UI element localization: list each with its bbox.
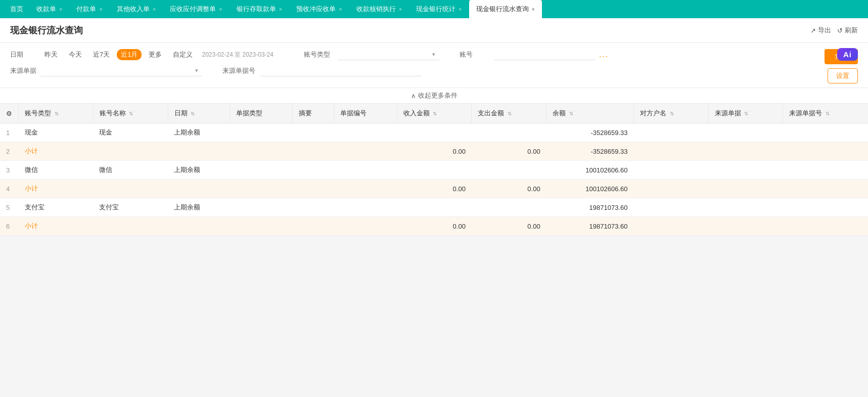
cell-account-name [93,180,168,198]
account-label: 账号 [460,50,490,59]
cell-num: 5 [0,198,19,217]
close-tab-2-icon[interactable]: × [153,6,156,12]
table-row[interactable]: 5 支付宝 支付宝 上期余额 19871073.60 [0,198,868,217]
table-row[interactable]: 2 小计 0.00 0.00 -3528659.33 [0,142,868,161]
close-tab-3-icon[interactable]: × [219,6,222,12]
col-balance[interactable]: 余额 ⇅ [546,104,634,123]
cell-account-type: 小计 [19,142,94,161]
cell-income: 0.00 [397,217,472,236]
source-doc-input[interactable] [44,67,193,74]
collapse-button[interactable]: ∧ 收起更多条件 [411,91,458,100]
nav-tab-3[interactable]: 应收应付调整单 × [163,0,229,18]
close-tab-6-icon[interactable]: × [399,6,402,12]
date-btn-7days[interactable]: 近7天 [89,49,114,60]
nav-tab-4[interactable]: 银行存取款单 × [230,0,289,18]
col-date[interactable]: 日期 ⇅ [168,104,230,123]
col-doc-type: 单据类型 [230,104,293,123]
cell-doc-no [334,217,397,236]
cell-num: 2 [0,142,19,161]
close-tab-7-icon[interactable]: × [459,6,462,12]
cell-counterpart [633,161,708,180]
cell-expense [472,198,546,217]
source-doc-no-input-wrap[interactable] [259,65,421,76]
cell-expense: 0.00 [472,180,546,198]
col-source-doc[interactable]: 来源单据 ⇅ [708,104,783,123]
cell-doc-no [334,161,397,180]
account-dots-button[interactable]: ... [599,50,609,59]
data-table-wrap: ⚙ 账号类型 ⇅ 账号名称 ⇅ 日期 ⇅ 单据类型 摘要 [0,104,868,236]
col-income[interactable]: 收入金额 ⇅ [397,104,472,123]
account-input[interactable] [497,51,592,58]
cell-account-type: 支付宝 [19,198,94,217]
account-type-input[interactable] [342,51,430,58]
cell-source-doc [708,123,783,142]
export-button[interactable]: ↗ 导出 [810,26,831,35]
table-row[interactable]: 3 微信 微信 上期余额 100102606.60 [0,161,868,180]
cell-account-type: 现金 [19,123,94,142]
table-row[interactable]: 6 小计 0.00 0.00 19871073.60 [0,217,868,236]
sort-source-doc-icon: ⇅ [744,111,748,116]
source-doc-select[interactable]: ▾ [40,65,202,76]
cell-source-doc-no [783,198,868,217]
source-doc-no-input[interactable] [262,67,418,74]
col-counterpart[interactable]: 对方户名 ⇅ [633,104,708,123]
cell-balance: -3528659.33 [546,142,634,161]
table-row[interactable]: 4 小计 0.00 0.00 100102606.60 [0,180,868,198]
source-doc-no-group: 来源单据号 [222,65,421,76]
close-tab-0-icon[interactable]: × [59,6,62,12]
nav-tab-7[interactable]: 现金银行统计 × [409,0,469,18]
col-settings[interactable]: ⚙ [0,104,19,123]
col-expense[interactable]: 支出金额 ⇅ [472,104,546,123]
account-type-chevron-icon: ▾ [432,51,435,58]
nav-home[interactable]: 首页 [4,5,29,14]
sort-expense-icon: ⇅ [508,111,512,116]
nav-tab-2[interactable]: 其他收入单 × [110,0,163,18]
cell-source-doc [708,180,783,198]
cell-expense [472,161,546,180]
nav-tab-8[interactable]: 现金银行流水查询 × [469,0,542,18]
cell-summary [293,161,334,180]
ai-badge[interactable]: Ai [837,48,858,61]
close-tab-8-icon[interactable]: × [532,6,535,12]
cell-source-doc [708,161,783,180]
cell-date [168,180,230,198]
close-tab-1-icon[interactable]: × [99,6,102,12]
cell-doc-type [230,180,293,198]
filter-row-2: 来源单据 ▾ 来源单据号 [10,65,807,79]
cell-account-name: 现金 [93,123,168,142]
filter-area: 日期 昨天 今天 近7天 近1月 更多 自定义 2023-02-24 至 202… [0,43,868,88]
gear-icon: ⚙ [6,110,12,117]
refresh-button[interactable]: ↺ 刷新 [837,26,858,35]
cell-doc-type [230,198,293,217]
filter-row-1: 日期 昨天 今天 近7天 近1月 更多 自定义 2023-02-24 至 202… [10,49,807,60]
table-row[interactable]: 1 现金 现金 上期余额 -3528659.33 [0,123,868,142]
date-btn-today[interactable]: 今天 [65,49,86,60]
nav-tab-6[interactable]: 收款核销执行 × [349,0,409,18]
settings-button[interactable]: 设置 [828,68,858,83]
cell-source-doc [708,142,783,161]
nav-tab-0[interactable]: 收款单 × [29,0,69,18]
col-account-type[interactable]: 账号类型 ⇅ [19,104,94,123]
cell-source-doc-no [783,123,868,142]
table-body: 1 现金 现金 上期余额 -3528659.33 2 小计 0.00 0.00 … [0,123,868,236]
cell-account-type: 小计 [19,180,94,198]
date-btn-1month[interactable]: 近1月 [117,49,142,60]
nav-tab-1[interactable]: 付款单 × [69,0,109,18]
cell-income [397,161,472,180]
close-tab-5-icon[interactable]: × [339,6,342,12]
cell-expense: 0.00 [472,217,546,236]
col-account-name[interactable]: 账号名称 ⇅ [93,104,168,123]
date-btn-custom[interactable]: 自定义 [169,49,197,60]
cell-balance: 19871073.60 [546,217,634,236]
close-tab-4-icon[interactable]: × [279,6,282,12]
cell-doc-type [230,142,293,161]
account-type-select[interactable]: ▾ [338,49,439,60]
account-input-wrap[interactable] [494,49,595,60]
source-doc-label: 来源单据 [10,66,40,75]
date-btn-more[interactable]: 更多 [145,49,166,60]
nav-tab-5[interactable]: 预收冲应收单 × [289,0,349,18]
cell-doc-no [334,123,397,142]
cell-doc-no [334,180,397,198]
date-btn-yesterday[interactable]: 昨天 [40,49,62,60]
col-source-doc-no[interactable]: 来源单据号 ⇅ [783,104,868,123]
